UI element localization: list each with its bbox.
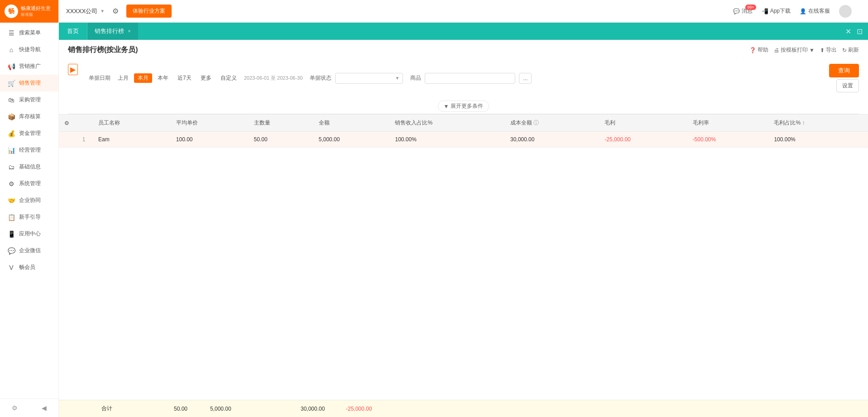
member-icon: V [7, 264, 15, 271]
col-cost: 成本全额 ⓘ [505, 115, 599, 132]
sidebar-collapse-button[interactable]: ◀ [38, 403, 50, 413]
sidebar-item-system[interactable]: ⚙ 系统管理 [0, 175, 58, 192]
filter-settings-button[interactable]: 设置 [836, 79, 859, 92]
export-icon: ⬆ [820, 47, 825, 53]
sidebar-item-label: 畅会员 [19, 264, 35, 271]
system-icon: ⚙ [7, 180, 15, 187]
row-rank-cell: 1 [75, 132, 93, 148]
wechat-icon: 💬 [7, 247, 15, 254]
sidebar-item-label: 资金管理 [19, 129, 41, 137]
online-service-button[interactable]: 👤 在线客服 [800, 7, 830, 15]
guide-icon: 📋 [7, 214, 15, 221]
row-cost-cell: 30,000.00 [505, 132, 599, 148]
date-tab-last-month[interactable]: 上月 [114, 73, 132, 83]
header-right: 💬 消息 99+ 📲 App下载 👤 在线客服 [733, 5, 861, 18]
goods-input[interactable] [425, 73, 515, 84]
sidebar-item-label: 企业协同 [19, 197, 41, 204]
sidebar-item-guide[interactable]: 📋 新手引导 [0, 209, 58, 225]
sidebar-item-wechat[interactable]: 💬 企业微信 [0, 242, 58, 259]
date-tab-custom[interactable]: 自定义 [217, 73, 240, 83]
col-gross: 毛利 [599, 115, 687, 132]
filter-bar: ▶ 单据日期 上月 本月 本年 近7天 更多 [68, 60, 859, 114]
footer-amount: 5,000.00 [205, 406, 250, 412]
sidebar-item-operations[interactable]: 📊 经营管理 [0, 142, 58, 158]
date-tab-this-year[interactable]: 本年 [154, 73, 172, 83]
sidebar-item-collab[interactable]: 🤝 企业协同 [0, 192, 58, 209]
gross-pct-sort-icon[interactable]: ↕ [802, 120, 805, 126]
expand-filter-arrow[interactable]: ▶ [68, 64, 78, 75]
message-badge: 99+ [745, 5, 756, 10]
sidebar: 畅 畅康通好生意 标准版 ☰ 搜索菜单 ⌂ 快捷导航 📢 营销推广 🛒 销售管理… [0, 0, 59, 417]
export-button[interactable]: ⬆ 导出 [820, 46, 837, 54]
page-content: 销售排行榜(按业务员) ❓ 帮助 🖨 按模板打印 ▼ ⬆ 导出 [59, 40, 868, 417]
tab-home[interactable]: 首页 [59, 23, 87, 40]
goods-label: 商品 [410, 74, 421, 82]
goods-more-button[interactable]: ... [519, 73, 532, 84]
tab-sales-ranking[interactable]: 销售排行榜 × [87, 23, 138, 40]
purchase-icon: 🛍 [7, 96, 15, 104]
logo-area: 畅 畅康通好生意 标准版 [0, 0, 58, 23]
sidebar-item-member[interactable]: V 畅会员 [0, 259, 58, 276]
sidebar-item-finance[interactable]: 💰 资金管理 [0, 125, 58, 142]
row-gross-pct-cell: 100.00% [768, 132, 868, 148]
refresh-button[interactable]: ↻ 刷新 [842, 46, 859, 54]
col-employee-name: 员工名称 [93, 115, 171, 132]
sidebar-item-inventory[interactable]: 📦 库存核算 [0, 108, 58, 125]
tab-close-icon[interactable]: × [128, 28, 131, 34]
sidebar-item-apps[interactable]: 📱 应用中心 [0, 225, 58, 242]
expand-more-button[interactable]: ▼ 展开更多条件 [438, 101, 489, 112]
search-menu-icon: ☰ [7, 29, 15, 37]
company-selector[interactable]: XXXXX公司 ▼ [66, 7, 105, 15]
sidebar-item-purchase[interactable]: 🛍 采购管理 [0, 91, 58, 108]
finance-icon: 💰 [7, 130, 15, 137]
page-header: 销售排行榜(按业务员) ❓ 帮助 🖨 按模板打印 ▼ ⬆ 导出 [59, 40, 868, 115]
date-tab-more[interactable]: 更多 [197, 73, 215, 83]
date-tab-7days[interactable]: 近7天 [174, 73, 195, 83]
sidebar-bottom: ⚙ ◀ [0, 398, 58, 417]
date-tab-this-month[interactable]: 本月 [134, 73, 152, 83]
page-title: 销售排行榜(按业务员) [68, 45, 138, 55]
marketing-icon: 📢 [7, 63, 15, 70]
sidebar-item-search[interactable]: ☰ 搜索菜单 [0, 24, 58, 41]
sidebar-item-label: 基础信息 [19, 163, 41, 171]
footer-cells: 合计 50.00 5,000.00 30,000.00 -25,000.00 [64, 405, 863, 412]
cost-info-icon[interactable]: ⓘ [533, 120, 539, 126]
top-header: XXXXX公司 ▼ ⚙ 体验行业方案 💬 消息 99+ 📲 App下载 👤 在线… [59, 0, 868, 23]
sidebar-item-label: 销售管理 [19, 79, 41, 87]
tab-close-window-icon[interactable]: ✕ [844, 25, 853, 38]
sidebar-item-label: 经营管理 [19, 146, 41, 154]
row-amount-cell: 5,000.00 [313, 132, 390, 148]
sidebar-item-marketing[interactable]: 📢 营销推广 [0, 58, 58, 75]
col-qty: 主数量 [249, 115, 313, 132]
settings-gear-button[interactable]: ⚙ [109, 5, 122, 18]
tab-restore-icon[interactable]: ⊡ [855, 25, 864, 38]
row-name-cell: Eam [93, 132, 171, 148]
collab-icon: 🤝 [7, 197, 15, 204]
date-label: 单据日期 [89, 74, 110, 82]
logo-sub: 标准版 [21, 12, 51, 18]
date-tabs: 上月 本月 本年 近7天 更多 自定义 [114, 73, 240, 83]
sidebar-item-quicknav[interactable]: ⌂ 快捷导航 [0, 41, 58, 58]
sidebar-item-basic-info[interactable]: 🗂 基础信息 [0, 158, 58, 175]
sidebar-settings-button[interactable]: ⚙ [8, 403, 21, 413]
footer-gross: -25,000.00 [340, 406, 386, 412]
col-settings[interactable]: ⚙ [59, 115, 75, 132]
row-sales-pct-cell: 100.00% [389, 132, 505, 148]
app-download-button[interactable]: 📲 App下载 [762, 7, 791, 15]
col-rank [75, 115, 93, 132]
query-button[interactable]: 查询 [829, 64, 859, 77]
message-button[interactable]: 💬 消息 99+ [733, 7, 753, 15]
table-footer: 合计 50.00 5,000.00 30,000.00 -25,000.00 [59, 400, 868, 417]
print-chevron-icon: ▼ [809, 47, 815, 53]
print-button[interactable]: 🖨 按模板打印 ▼ [774, 46, 815, 54]
expand-chevron-icon: ▼ [444, 103, 449, 110]
sidebar-item-sales[interactable]: 🛒 销售管理 [0, 75, 58, 91]
status-select[interactable] [335, 73, 403, 84]
table-area: ⚙ 员工名称 平均单价 主数量 全额 销售收入占比% 成本全额 ⓘ 毛利 毛利率 [59, 115, 868, 400]
sidebar-item-label: 搜索菜单 [19, 29, 41, 37]
trial-button[interactable]: 体验行业方案 [126, 5, 172, 18]
help-button[interactable]: ❓ 帮助 [749, 46, 768, 54]
expand-more-row: ▼ 展开更多条件 [68, 97, 859, 114]
print-icon: 🖨 [774, 47, 779, 53]
data-table: ⚙ 员工名称 平均单价 主数量 全额 销售收入占比% 成本全额 ⓘ 毛利 毛利率 [59, 115, 868, 148]
